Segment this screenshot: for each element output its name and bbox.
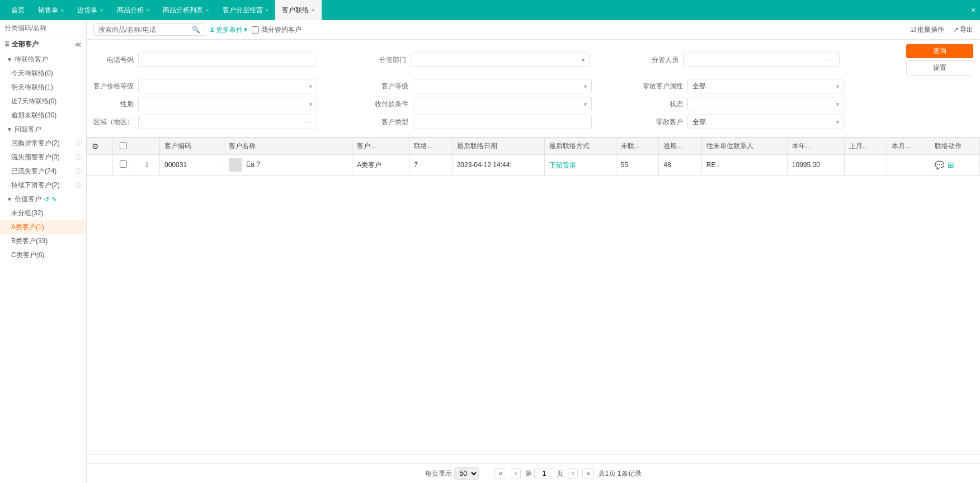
col-uncontacted: 未联... <box>616 138 658 155</box>
adv-payment-select[interactable]: ▾ <box>413 97 592 111</box>
sidebar-item-a-class[interactable]: A类客户(1) <box>0 220 86 234</box>
scroll-inner <box>87 455 980 456</box>
prev-page-btn[interactable]: ‹ <box>511 468 521 479</box>
sidebar-item-abnormal[interactable]: 回购异常客户(2) ⓘ <box>0 136 86 150</box>
chevron-down-icon: ▾ <box>244 26 247 34</box>
row-checkbox[interactable] <box>120 160 127 168</box>
nav-customer-tier[interactable]: 客户分层经营 × <box>216 0 275 20</box>
adv-price-grade-select[interactable]: ▾ <box>138 79 317 93</box>
filter-search-icon[interactable]: 🔍 <box>192 26 200 34</box>
nav-sales[interactable]: 销售单 × <box>31 0 70 20</box>
row-actions-cell: 💬 ⊞ <box>930 155 979 176</box>
sidebar-group-value[interactable]: ▼ 价值客户 ↺ ✎ <box>0 192 86 206</box>
sidebar-item-tomorrow[interactable]: 明天待联络(1) <box>0 80 86 94</box>
adv-status-select[interactable]: ▾ <box>687 97 844 111</box>
sidebar-item-b-class[interactable]: B类客户(33) <box>0 234 86 248</box>
sidebar-search-input[interactable] <box>4 24 87 32</box>
region-dots-icon: ··· <box>305 118 312 126</box>
export-btn[interactable]: ↗ 导出 <box>953 25 973 35</box>
filter-more-btn[interactable]: ⊻ 更多条件 ▾ <box>210 25 247 35</box>
col-actions: 联络动作 <box>930 138 979 155</box>
last-method-link[interactable]: 下销货单 <box>549 161 576 169</box>
sidebar: 🔍 ⠿ 全部客户 ≪ ▼ 待联络客户 今天待联络(0) 明天待联络(1) 近7天… <box>0 20 87 483</box>
nav-customer-contact[interactable]: 客户联络 × <box>275 0 321 20</box>
sidebar-all-customers[interactable]: ⠿ 全部客户 ≪ <box>0 36 86 53</box>
close-all-button[interactable]: × <box>971 6 976 15</box>
sidebar-item-today[interactable]: 今天待联络(0) <box>0 67 86 80</box>
sidebar-collapse-btn[interactable]: ≪ <box>74 41 82 49</box>
row-settings-cell <box>87 155 113 176</box>
edit-value-group-icon[interactable]: ✎ <box>51 196 57 203</box>
col-last-contact-method: 最后联络方式 <box>545 138 616 155</box>
my-customers-checkbox[interactable]: 我分管的客户 <box>252 25 301 35</box>
close-customer-tier-tab[interactable]: × <box>265 7 268 13</box>
close-product-analysis-tab[interactable]: × <box>146 7 149 13</box>
action-icons-group: 💬 ⊞ <box>935 160 975 169</box>
batch-ops-btn[interactable]: ☑ 批量操作 <box>910 25 944 35</box>
adv-status-field: 状态 ▾ <box>643 97 906 111</box>
sidebar-item-c-class[interactable]: C类客户(6) <box>0 248 86 262</box>
adv-retail-customer-field: 零散客户 全部 ▾ <box>643 115 906 129</box>
chat-action-icon[interactable]: 💬 <box>935 160 944 169</box>
info-icon-churned: ⓘ <box>76 167 82 176</box>
nav-home[interactable]: 首页 <box>4 0 31 20</box>
sidebar-item-churned[interactable]: 已流失客户(24) ⓘ <box>0 164 86 178</box>
col-customer-code: 客户编码 <box>160 138 224 155</box>
sidebar-item-churn-warning[interactable]: 流失预警客户(3) ⓘ <box>0 150 86 164</box>
filter-search-box: 🔍 <box>93 23 205 36</box>
grid-action-icon[interactable]: ⊞ <box>948 160 954 169</box>
row-overdue-cell: 48 <box>659 155 701 176</box>
row-last-method-cell: 下销货单 <box>545 155 616 176</box>
next-page-btn[interactable]: › <box>568 468 578 479</box>
dept-chevron-icon: ▾ <box>582 57 585 63</box>
nav-product-list[interactable]: 商品分析列表 × <box>156 0 215 20</box>
col-last-month: 上月... <box>844 138 887 155</box>
checkbox-icon: ☑ <box>910 26 916 34</box>
select-all-checkbox[interactable] <box>120 142 127 149</box>
settings-button[interactable]: 设置 <box>906 60 973 75</box>
adv-customer-type-input[interactable] <box>413 115 592 129</box>
close-sales-tab[interactable]: × <box>60 7 64 13</box>
adv-nature-select[interactable]: ▾ <box>138 97 317 111</box>
page-number-input[interactable] <box>534 468 554 479</box>
table-row: 1 000031 Ea ? A类客户 <box>87 155 980 176</box>
sidebar-item-7days[interactable]: 近7天待联络(0) <box>0 94 86 108</box>
adv-phone-input[interactable] <box>138 53 317 67</box>
filter-bar: 🔍 ⊻ 更多条件 ▾ 我分管的客户 ☑ 批量操作 ↗ 导出 <box>87 20 980 40</box>
nav-product-analysis[interactable]: 商品分析 × <box>110 0 156 20</box>
filter-search-input[interactable] <box>98 26 190 34</box>
col-contact-count: 联络... <box>409 138 452 155</box>
adv-filter-row-1: 电话号码 分管部门 ▾ 分管 <box>93 44 973 75</box>
adv-customer-grade-select[interactable]: ▾ <box>413 79 592 93</box>
query-button[interactable]: 查询 <box>906 44 973 58</box>
last-page-btn[interactable]: » <box>582 468 594 479</box>
adv-retail-attr-select[interactable]: 全部 ▾ <box>687 79 844 93</box>
row-last-date-cell: 2023-04-12 14:44: <box>452 155 545 176</box>
close-purchase-tab[interactable]: × <box>100 7 103 13</box>
row-contact-count-cell: 7 <box>409 155 452 176</box>
per-page-select[interactable]: 50 <box>454 467 479 480</box>
close-product-list-tab[interactable]: × <box>205 7 209 13</box>
add-value-group-icon[interactable]: ↺ <box>44 196 49 203</box>
horizontal-scrollbar[interactable] <box>87 454 980 463</box>
adv-dept-select[interactable]: ▾ <box>411 53 590 67</box>
my-customers-check[interactable] <box>252 26 259 34</box>
first-page-btn[interactable]: « <box>494 468 506 479</box>
sidebar-item-overdue-contact[interactable]: 逾期未联络(30) <box>0 108 86 122</box>
price-grade-chevron: ▾ <box>309 83 312 89</box>
col-customer-grade: 客户... <box>352 138 409 155</box>
sidebar-item-ungrouped[interactable]: 未分组(32) <box>0 206 86 220</box>
close-customer-contact-tab[interactable]: × <box>311 7 314 13</box>
sidebar-group-pending[interactable]: ▼ 待联络客户 <box>0 53 86 67</box>
sidebar-group-problem[interactable]: ▼ 问题客户 <box>0 122 86 136</box>
column-settings-icon[interactable]: ⚙ <box>92 142 99 151</box>
nav-purchase[interactable]: 进货单 × <box>70 0 110 20</box>
expand-value-icon: ▼ <box>7 196 12 202</box>
adv-retail-customer-select[interactable]: 全部 ▾ <box>687 115 844 129</box>
status-chevron: ▾ <box>836 101 839 107</box>
adv-manager-input[interactable]: ··· <box>683 53 840 67</box>
table-header-row: ⚙ 客户编码 客户名称 客户... <box>87 138 980 155</box>
adv-region-input[interactable]: ··· <box>138 115 317 129</box>
col-last-contact-date: 最后联络日期 <box>452 138 545 155</box>
sidebar-item-declining[interactable]: 持续下滑客户(2) ⓘ <box>0 178 86 192</box>
